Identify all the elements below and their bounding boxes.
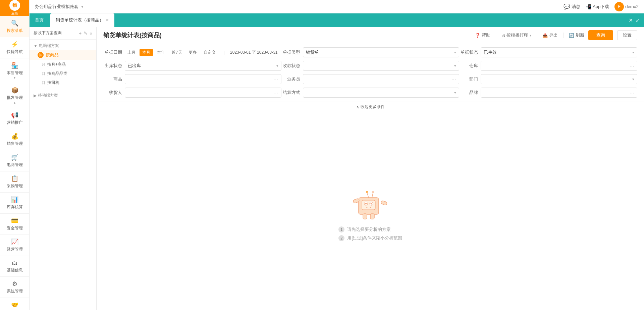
empty-text: 1 请先选择要分析的方案 2 用[过滤]条件来缩小分析范围 (338, 226, 402, 241)
sidebar-item-wholesale[interactable]: 📦 批发管理 ▴ (0, 83, 29, 108)
query-btn[interactable]: 查询 (588, 30, 613, 40)
product-field-cell: ··· (125, 74, 281, 84)
sidebar-item-purchase[interactable]: 📋 采购管理 (0, 171, 29, 193)
tree-group-mobile-label[interactable]: ▶ 移动端方案 (30, 91, 96, 100)
recipient-label: 收货人 (103, 90, 125, 96)
product-field[interactable]: ··· (125, 74, 281, 84)
sidebar-item-sales[interactable]: 💰 销售管理 (0, 129, 29, 150)
help-icon: ❓ (475, 33, 480, 38)
sidebar-item-operation[interactable]: 📈 经营管理 (0, 235, 29, 256)
add-scheme-btn[interactable]: + (79, 31, 82, 36)
tab-sales-stat[interactable]: 销货单统计表（按商品） ✕ (50, 13, 114, 27)
expand-icon: ▴ (14, 101, 15, 104)
sidebar-item-retail[interactable]: 🏪 零售管理 ▾ (0, 58, 29, 83)
dept-field-cell: ▾ (481, 74, 637, 84)
help-btn[interactable]: ❓ 帮助 (475, 32, 490, 38)
sidebar-item-marketing[interactable]: 📢 营销推广 (0, 108, 29, 129)
tab-sales-stat-label: 销货单统计表（按商品） (56, 17, 104, 23)
product-dots-icon: ··· (274, 77, 278, 82)
settlement-field-cell: ▾ (303, 88, 460, 98)
divider2 (537, 33, 537, 38)
app-download-btn[interactable]: 📲 App下载 (586, 4, 609, 10)
message-btn[interactable]: 💬 消息 (564, 3, 580, 10)
sidebar-item-ecommerce[interactable]: 🛒 电商管理 (0, 150, 29, 171)
brand-dots-icon: ··· (630, 90, 634, 95)
staff-field[interactable]: ··· (303, 74, 460, 84)
filter-row-3: 商品 ··· 业务员 ··· 部门 (103, 74, 637, 84)
dept-field[interactable]: ▾ (481, 74, 637, 84)
doc-status-field[interactable]: 已生效 ▾ (481, 47, 637, 57)
out-status-value: 已出库 (128, 63, 141, 69)
date-btn-more[interactable]: 更多 (186, 49, 200, 56)
sidebar-item-system[interactable]: ⚙ 系统管理 (0, 277, 29, 298)
tab-expand-btn[interactable]: ⤢ (636, 17, 640, 23)
tab-close-all-btn[interactable]: ✕ (629, 17, 633, 23)
svg-point-7 (366, 191, 368, 193)
date-btn-custom[interactable]: 自定义 (201, 49, 218, 56)
date-label: 单据日期 (103, 49, 125, 55)
date-btn-7days[interactable]: 近7天 (169, 49, 185, 56)
refresh-icon: 🔄 (569, 33, 574, 38)
recipient-field[interactable]: ··· (125, 88, 281, 98)
tree-group-desktop: ▼ 电脑端方案 按 按商品 月 按月+商品 目 按商品品类 目 按司机 (30, 40, 96, 89)
tree-group-mobile: ▶ 移动端方案 (30, 89, 96, 102)
collapse-filter-bar[interactable]: ∧ 收起更多条件 (97, 102, 644, 112)
settlement-field[interactable]: ▾ (303, 88, 460, 98)
refresh-btn[interactable]: 🔄 刷新 (569, 32, 584, 38)
message-label: 消息 (572, 4, 580, 10)
sidebar: 畅 标版 🔍 搜索菜单 ⚡ 快捷导航 🏪 零售管理 ▾ 📦 批发管理 ▴ 📢 营… (0, 0, 30, 310)
main-area: 办公用品行业模拟账套 ▾ 💬 消息 📲 App下载 E demo2 首页 销货单… (30, 0, 644, 310)
tree-sub-item-label: 按商品品类 (47, 71, 67, 76)
page-header: 销货单统计表(按商品) ❓ 帮助 🖨 按模板打印 ▾ 📤 (97, 27, 644, 43)
basic-icon: 🗂 (12, 259, 18, 266)
export-btn[interactable]: 📤 导出 (542, 32, 558, 38)
sidebar-item-finance[interactable]: 💳 资金管理 (0, 214, 29, 235)
sidebar-item-basic[interactable]: 🗂 基础信息 (0, 256, 29, 277)
tree-sub-item-by-month-product[interactable]: 月 按月+商品 (30, 60, 96, 69)
print-label: 按模板打印 (506, 32, 528, 38)
sidebar-item-label: 库存核算 (7, 204, 23, 210)
user-avatar-btn[interactable]: E demo2 (614, 2, 639, 11)
sidebar-item-collab[interactable]: 🤝 企业协同 (0, 298, 29, 310)
collapse-panel-btn[interactable]: « (90, 31, 92, 36)
divider3 (563, 33, 564, 38)
tab-home[interactable]: 首页 (30, 13, 49, 27)
edit-scheme-btn[interactable]: ✎ (84, 31, 88, 36)
staff-label: 业务员 (281, 76, 303, 82)
receive-status-field-cell: ▾ (303, 61, 460, 71)
tree-sub-item-by-product-category[interactable]: 目 按商品品类 (30, 69, 96, 78)
divider1 (496, 33, 496, 38)
inventory-icon: 📊 (11, 196, 18, 203)
tree-sub-icon-category: 目 (42, 71, 45, 76)
date-btn-last-month[interactable]: 上月 (125, 49, 138, 56)
date-btn-current-year[interactable]: 本年 (154, 49, 168, 56)
sidebar-item-search[interactable]: 🔍 搜索菜单 (0, 16, 29, 37)
date-btn-current-month[interactable]: 本月 (140, 49, 153, 56)
industry-dropdown-icon[interactable]: ▾ (81, 4, 84, 9)
topbar-industry: 办公用品行业模拟账套 ▾ (35, 4, 84, 10)
export-icon: 📤 (542, 33, 548, 38)
sidebar-item-label: 电商管理 (7, 162, 23, 168)
tree-item-by-product[interactable]: 按 按商品 (30, 50, 96, 60)
filter-row-4: 收货人 ··· 结算方式 ▾ 品牌 (103, 88, 637, 98)
tab-close-icon[interactable]: ✕ (106, 18, 109, 22)
doc-type-field[interactable]: 销货单 ▾ (303, 47, 460, 57)
out-status-field[interactable]: 已出库 ▾ (125, 61, 281, 71)
print-btn[interactable]: 🖨 按模板打印 ▾ (501, 32, 531, 38)
empty-hint-2: 2 用[过滤]条件来缩小分析范围 (338, 235, 402, 241)
sidebar-item-inventory[interactable]: 📊 库存核算 (0, 193, 29, 214)
receive-status-field[interactable]: ▾ (303, 61, 460, 71)
sidebar-item-label: 营销推广 (7, 120, 23, 125)
settings-btn[interactable]: 设置 (617, 30, 637, 40)
operation-icon: 📈 (11, 238, 18, 246)
warehouse-field[interactable]: ··· (481, 61, 637, 71)
industry-label: 办公用品行业模拟账套 (35, 4, 78, 10)
brand-field[interactable]: ··· (481, 88, 637, 98)
sidebar-item-quick-nav[interactable]: ⚡ 快捷导航 (0, 37, 29, 58)
right-panel: 销货单统计表(按商品) ❓ 帮助 🖨 按模板打印 ▾ 📤 (97, 27, 644, 310)
recipient-field-cell: ··· (125, 88, 281, 98)
doc-type-field-cell: 销货单 ▾ (303, 47, 460, 57)
tree-group-desktop-label[interactable]: ▼ 电脑端方案 (30, 42, 96, 50)
tree-sub-item-label: 按司机 (47, 80, 59, 86)
tree-sub-item-by-driver[interactable]: 目 按司机 (30, 78, 96, 87)
